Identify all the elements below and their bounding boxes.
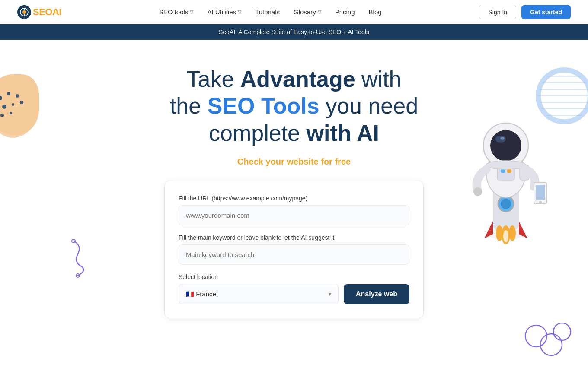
svg-point-51 — [540, 334, 562, 355]
nav-actions: Sign In Get started — [479, 5, 571, 19]
svg-rect-2 — [24, 8, 25, 10]
keyword-input[interactable] — [179, 244, 409, 265]
chevron-down-icon: ▽ — [318, 9, 321, 15]
nav-links: SEO tools ▽ AI Utilities ▽ Tutorials Glo… — [159, 8, 382, 16]
svg-point-8 — [2, 105, 6, 109]
url-input[interactable] — [179, 205, 409, 225]
analyze-button[interactable]: Analyze web — [344, 284, 409, 304]
logo-text: SEOAI — [33, 6, 61, 18]
svg-point-52 — [553, 323, 571, 340]
location-select-wrap: 🇫🇷 France 🇺🇸 United States 🇬🇧 United Kin… — [179, 284, 339, 304]
nav-pricing[interactable]: Pricing — [335, 8, 355, 16]
nav-glosary[interactable]: Glosary ▽ — [294, 8, 321, 16]
navbar: SEOAI SEO tools ▽ AI Utilities ▽ Tutoria… — [0, 0, 588, 24]
hero-content: Take Advantage with the SEO Tools you ne… — [9, 66, 579, 318]
chevron-down-icon: ▽ — [190, 9, 193, 15]
svg-point-1 — [22, 10, 26, 14]
location-row: 🇫🇷 France 🇺🇸 United States 🇬🇧 United Kin… — [179, 284, 409, 304]
sign-in-button[interactable]: Sign In — [479, 5, 516, 19]
hero-subtitle: Check your website for free — [9, 157, 579, 167]
logo-icon — [17, 5, 31, 19]
svg-point-11 — [0, 114, 4, 117]
hero-section: Take Advantage with the SEO Tools you ne… — [0, 40, 588, 368]
get-started-button[interactable]: Get started — [521, 5, 571, 19]
chevron-down-icon: ▽ — [238, 9, 241, 15]
nav-ai-utilities[interactable]: AI Utilities ▽ — [207, 8, 241, 16]
nav-tutorials[interactable]: Tutorials — [255, 8, 280, 16]
logo[interactable]: SEOAI — [17, 5, 61, 19]
svg-point-50 — [525, 325, 547, 347]
nav-blog[interactable]: Blog — [369, 8, 382, 16]
location-select-wrapper: 🇫🇷 France 🇺🇸 United States 🇬🇧 United Kin… — [179, 284, 339, 304]
url-label: Fill the URL (https://www.example.com/my… — [179, 195, 409, 202]
keyword-label: Fill the main keyword or leave blank to … — [179, 234, 409, 241]
analysis-form: Fill the URL (https://www.example.com/my… — [164, 181, 424, 318]
hero-title: Take Advantage with the SEO Tools you ne… — [9, 66, 579, 146]
announcement-banner: SeoAI: A Complete Suite of Easy-to-Use S… — [0, 24, 588, 40]
svg-rect-3 — [24, 14, 25, 16]
decorative-curly-right — [523, 323, 575, 368]
nav-seo-tools[interactable]: SEO tools ▽ — [159, 8, 194, 16]
location-label: Select location — [179, 273, 409, 280]
location-select[interactable]: 🇫🇷 France 🇺🇸 United States 🇬🇧 United Kin… — [179, 284, 339, 304]
